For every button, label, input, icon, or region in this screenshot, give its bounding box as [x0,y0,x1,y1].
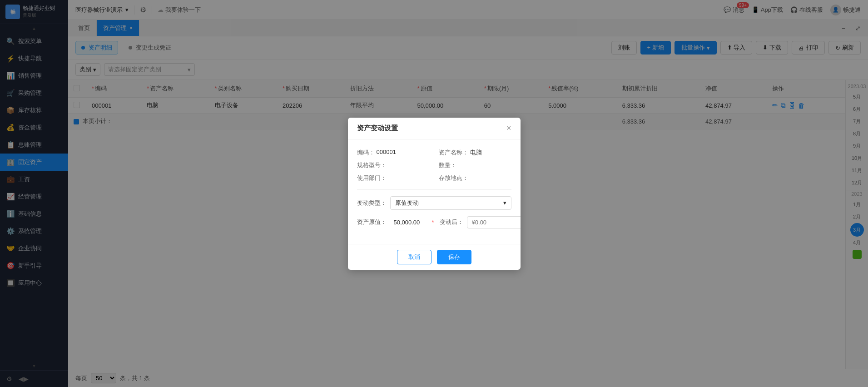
modal-footer: 取消 保存 [348,244,521,270]
modal-info-name: 资产名称： 电脑 [439,149,511,157]
cancel-button[interactable]: 取消 [397,250,432,264]
modal-info-grid: 编码： 000001 资产名称： 电脑 规格型号： 数量： 使用部门： [357,149,511,182]
name-value: 电脑 [470,149,482,157]
name-label: 资产名称： [439,149,468,157]
change-type-value: 原值变动 [395,199,419,207]
asset-value-label: 资产原值： [357,218,387,226]
after-change-input[interactable] [467,216,521,228]
asset-value: 50,000.00 [390,217,427,228]
asset-value-row: 资产原值： 50,000.00 * 变动后： [357,216,511,228]
spec-label: 规格型号： [357,161,387,169]
asset-change-modal: 资产变动设置 × 编码： 000001 资产名称： 电脑 规格型号： 数 [348,118,521,270]
modal-close-icon[interactable]: × [506,124,511,132]
after-change-label: 变动后： [440,218,463,226]
code-value: 000001 [377,149,396,157]
department-label: 使用部门： [357,174,387,182]
modal-overlay: 资产变动设置 × 编码： 000001 资产名称： 电脑 规格型号： 数 [0,0,868,387]
save-button[interactable]: 保存 [437,250,471,264]
modal-body: 编码： 000001 资产名称： 电脑 规格型号： 数量： 使用部门： [348,139,521,244]
change-type-row: 变动类型： 原值变动 ▾ [357,196,511,210]
modal-info-spec: 规格型号： [357,161,430,169]
code-label: 编码： [357,149,375,157]
modal-info-code: 编码： 000001 [357,149,430,157]
change-type-dropdown-icon: ▾ [503,199,506,206]
modal-divider [357,189,511,190]
modal-title: 资产变动设置 [357,124,398,133]
change-type-select[interactable]: 原值变动 ▾ [390,196,511,210]
modal-info-quantity: 数量： [439,161,511,169]
quantity-label: 数量： [439,161,456,169]
modal-info-department: 使用部门： [357,174,430,182]
modal-header: 资产变动设置 × [348,118,521,139]
required-mark: * [432,219,434,226]
storage-label: 存放地点： [439,174,468,182]
modal-info-storage: 存放地点： [439,174,511,182]
change-type-label: 变动类型： [357,199,387,207]
